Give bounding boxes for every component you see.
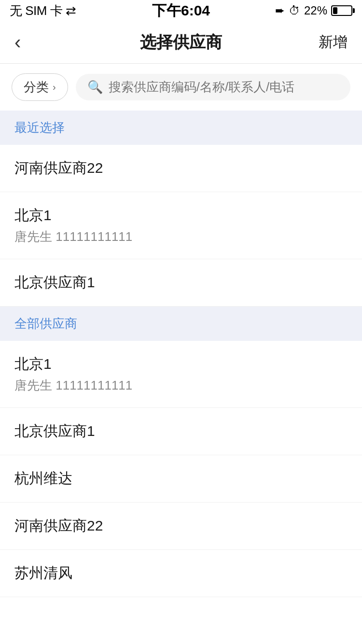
new-supplier-button[interactable]: 新增: [319, 32, 348, 52]
recent-section-header: 最近选择: [0, 111, 362, 145]
category-button[interactable]: 分类 ›: [12, 73, 68, 101]
item-name: 北京供应商1: [14, 273, 348, 293]
item-sub: 唐先生 11111111111: [14, 228, 348, 245]
search-icon: 🔍: [87, 80, 103, 95]
item-name: 北京供应商1: [14, 421, 348, 441]
category-label: 分类: [24, 79, 49, 96]
item-sub: 唐先生 11111111111: [14, 377, 348, 394]
status-right: ➨ ⏱ 22%: [275, 4, 352, 17]
list-item[interactable]: 北京供应商1: [0, 259, 362, 307]
nav-bar: ‹ 选择供应商 新增: [0, 21, 362, 64]
search-box: 🔍: [76, 74, 350, 100]
item-name: 河南供应商22: [14, 516, 348, 536]
search-input[interactable]: [109, 80, 339, 95]
alarm-icon: ⏱: [289, 4, 300, 17]
filter-bar: 分类 › 🔍: [0, 64, 362, 111]
item-name: 北京1: [14, 206, 348, 225]
chevron-right-icon: ›: [53, 82, 56, 93]
list-item[interactable]: 河南供应商22: [0, 145, 362, 192]
list-item[interactable]: 河南供应商22: [0, 503, 362, 550]
list-item[interactable]: 北京1唐先生 11111111111: [0, 192, 362, 259]
all-list: 北京1唐先生 11111111111北京供应商1杭州维达河南供应商22苏州清风: [0, 341, 362, 597]
item-name: 苏州清风: [14, 563, 348, 583]
status-time: 下午6:04: [152, 1, 210, 21]
status-bar: 无 SIM 卡 ⇄ 下午6:04 ➨ ⏱ 22%: [0, 0, 362, 21]
battery-percent: 22%: [304, 4, 327, 17]
item-name: 河南供应商22: [14, 158, 348, 178]
page-title: 选择供应商: [43, 31, 319, 54]
item-name: 杭州维达: [14, 469, 348, 489]
recent-list: 河南供应商22北京1唐先生 11111111111北京供应商1: [0, 145, 362, 307]
list-item[interactable]: 杭州维达: [0, 455, 362, 503]
back-button[interactable]: ‹: [14, 31, 43, 53]
item-name: 北京1: [14, 354, 348, 374]
list-item[interactable]: 北京1唐先生 11111111111: [0, 341, 362, 408]
list-item[interactable]: 苏州清风: [0, 550, 362, 597]
location-icon: ➨: [275, 4, 285, 17]
all-section-header: 全部供应商: [0, 307, 362, 341]
battery-icon: [331, 5, 352, 16]
list-item[interactable]: 北京供应商1: [0, 408, 362, 455]
status-carrier: 无 SIM 卡 ⇄: [10, 2, 76, 19]
